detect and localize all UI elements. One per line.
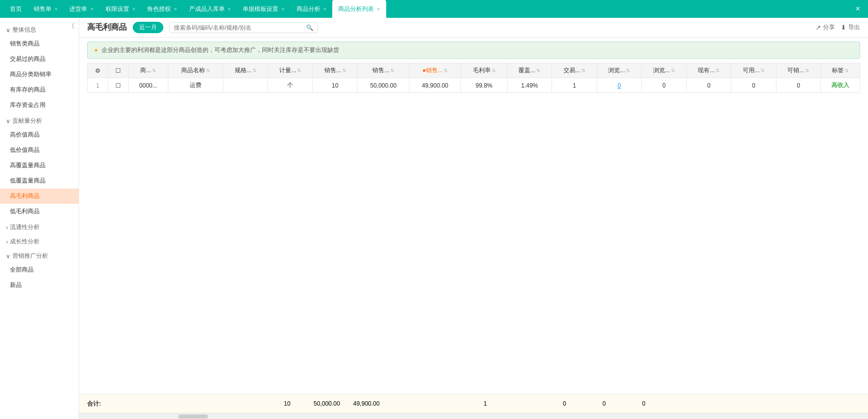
nav-template-settings[interactable]: 单据模板设置 × bbox=[237, 0, 290, 18]
footer-spacer2 bbox=[386, 398, 426, 409]
data-table: ⚙ ☐ 商...⇅ 商品名称⇅ 规格...⇅ 计量...⇅ 销售...⇅ 销售.… bbox=[87, 63, 860, 93]
footer-spacer1 bbox=[109, 398, 267, 409]
col-browse2[interactable]: 浏览...⇅ bbox=[642, 63, 687, 78]
sidebar-group-arrow-flow: › bbox=[6, 224, 8, 231]
info-banner: ✦ 企业的主要的利润都是这部分商品创造的，可考虑加大推广，同时关注库存是不要出现… bbox=[87, 42, 860, 59]
close-template-settings[interactable]: × bbox=[281, 6, 284, 12]
cell-checkbox[interactable]: ☐ bbox=[108, 78, 129, 93]
footer-sales-qty: 10 bbox=[267, 398, 307, 409]
cell-sales-qty: 10 bbox=[312, 78, 357, 93]
cell-browse2: 0 bbox=[642, 78, 687, 93]
sidebar-group-growth[interactable]: › 成长性分析 bbox=[0, 233, 79, 248]
cell-unit: 个 bbox=[268, 78, 313, 93]
sidebar-item-low-margin[interactable]: 低毛利商品 bbox=[0, 204, 79, 219]
cell-code: 0000... bbox=[129, 78, 168, 93]
sidebar-item-all-goods[interactable]: 全部商品 bbox=[0, 262, 79, 278]
close-purchase-order[interactable]: × bbox=[90, 6, 93, 12]
content-area: 高毛利商品 近一月 🔍 ↗ 分享 ⬇ 导出 ✦ 企业的主要的利润都是这部分商品创… bbox=[79, 18, 868, 419]
sidebar-item-high-value[interactable]: 高价值商品 bbox=[0, 127, 79, 142]
sidebar-item-high-margin[interactable]: 高毛利商品 bbox=[0, 188, 79, 204]
sidebar-group-contribution[interactable]: ∨ 贡献量分析 bbox=[0, 113, 79, 127]
table-row: 1 ☐ 0000... 运费 个 10 50,000.00 49,900.00 … bbox=[88, 78, 860, 93]
top-navigation: 首页 销售单 × 进货单 × 权限设置 × 角色授权 × 产成品入库单 × 单据… bbox=[0, 0, 868, 18]
col-unit[interactable]: 计量...⇅ bbox=[268, 63, 313, 78]
header-actions: ↗ 分享 ⬇ 导出 bbox=[816, 23, 860, 32]
close-product-analysis[interactable]: × bbox=[323, 6, 326, 12]
sidebar-item-sales-goods[interactable]: 销售类商品 bbox=[0, 36, 79, 51]
col-current-stock[interactable]: 现有...⇅ bbox=[686, 63, 731, 78]
cell-index: 1 bbox=[88, 78, 108, 93]
cell-spec bbox=[223, 78, 268, 93]
sidebar-group-marketing[interactable]: ∨ 营销推广分析 bbox=[0, 248, 79, 262]
footer-sales-profit: 49,900.00 bbox=[347, 398, 386, 409]
close-all-tabs[interactable]: × bbox=[852, 4, 864, 13]
cell-available-stock: 0 bbox=[731, 78, 776, 93]
close-role-auth[interactable]: × bbox=[174, 6, 177, 12]
col-code[interactable]: 商...⇅ bbox=[129, 63, 168, 78]
sidebar-group-flow[interactable]: › 流通性分析 bbox=[0, 219, 79, 233]
col-available-stock[interactable]: 可用...⇅ bbox=[731, 63, 776, 78]
footer-totals: 合计: 10 50,000.00 49,900.00 1 0 0 0 bbox=[79, 394, 868, 413]
close-product-analysis-list[interactable]: × bbox=[377, 6, 380, 12]
footer-spacer4 bbox=[505, 398, 545, 409]
browse1-link[interactable]: 0 bbox=[617, 82, 621, 89]
cell-current-stock: 0 bbox=[686, 78, 731, 93]
sidebar-item-low-coverage[interactable]: 低覆盖量商品 bbox=[0, 173, 79, 188]
close-production-inbound[interactable]: × bbox=[228, 6, 231, 12]
sidebar-item-traded-goods[interactable]: 交易过的商品 bbox=[0, 51, 79, 67]
sidebar-collapse-btn[interactable]: 《 bbox=[68, 22, 75, 31]
cell-sales-amount: 50,000.00 bbox=[357, 78, 409, 93]
sidebar-item-stocked-goods[interactable]: 有库存的商品 bbox=[0, 82, 79, 97]
nav-permission-settings[interactable]: 权限设置 × bbox=[100, 0, 141, 18]
nav-product-analysis-list[interactable]: 商品分析列表 × bbox=[332, 0, 386, 18]
horizontal-scrollbar[interactable] bbox=[79, 413, 868, 419]
col-sales-amount[interactable]: 销售...⇅ bbox=[357, 63, 409, 78]
close-permission-settings[interactable]: × bbox=[132, 6, 135, 12]
nav-sales-order[interactable]: 销售单 × bbox=[28, 0, 63, 18]
nav-home[interactable]: 首页 bbox=[4, 0, 28, 18]
search-icon[interactable]: 🔍 bbox=[306, 24, 313, 31]
search-input[interactable] bbox=[174, 24, 303, 31]
nav-role-auth[interactable]: 角色授权 × bbox=[141, 0, 183, 18]
footer-available-stock: 0 bbox=[624, 398, 664, 409]
sidebar-item-new-goods[interactable]: 新品 bbox=[0, 278, 79, 293]
col-coverage[interactable]: 覆盖...⇅ bbox=[507, 63, 552, 78]
sidebar-group-arrow-growth: › bbox=[6, 238, 8, 245]
scrollbar-thumb[interactable] bbox=[178, 415, 208, 419]
col-saleable-stock[interactable]: 可销...⇅ bbox=[776, 63, 821, 78]
share-icon: ↗ bbox=[816, 24, 821, 31]
close-sales-order[interactable]: × bbox=[54, 6, 57, 12]
footer-spacer3 bbox=[426, 398, 465, 409]
col-browse1[interactable]: 浏览...⇅ bbox=[597, 63, 642, 78]
cell-coverage: 1.49% bbox=[507, 78, 552, 93]
col-settings[interactable]: ⚙ bbox=[88, 63, 108, 78]
sidebar-item-category-assist[interactable]: 商品分类助销率 bbox=[0, 67, 79, 82]
cell-name: 运费 bbox=[168, 78, 223, 93]
col-gross-margin[interactable]: 毛利率⇅ bbox=[461, 63, 507, 78]
col-name[interactable]: 商品名称⇅ bbox=[168, 63, 223, 78]
footer-transaction: 1 bbox=[465, 398, 505, 409]
nav-purchase-order[interactable]: 进货单 × bbox=[63, 0, 99, 18]
col-transaction[interactable]: 交易...⇅ bbox=[552, 63, 597, 78]
sidebar-item-low-value[interactable]: 低价值商品 bbox=[0, 142, 79, 158]
share-button[interactable]: ↗ 分享 bbox=[816, 23, 835, 32]
footer-sales-amount: 50,000.00 bbox=[307, 398, 347, 409]
col-tag[interactable]: 标签⇅ bbox=[821, 63, 860, 78]
col-sales-qty[interactable]: 销售...⇅ bbox=[312, 63, 357, 78]
sidebar-group-overall[interactable]: ∨ 整体信息 bbox=[0, 22, 79, 36]
sidebar-item-high-coverage[interactable]: 高覆盖量商品 bbox=[0, 158, 79, 173]
nav-production-inbound[interactable]: 产成品入库单 × bbox=[183, 0, 237, 18]
export-button[interactable]: ⬇ 导出 bbox=[841, 23, 860, 32]
col-spec[interactable]: 规格...⇅ bbox=[223, 63, 268, 78]
sidebar-group-arrow-contribution: ∨ bbox=[6, 118, 10, 125]
cell-saleable-stock: 0 bbox=[776, 78, 821, 93]
col-sales-profit[interactable]: ●销售...⇅ bbox=[409, 63, 460, 78]
sidebar-item-stock-capital[interactable]: 库存资金占用 bbox=[0, 97, 79, 113]
col-checkbox[interactable]: ☐ bbox=[108, 63, 129, 78]
nav-product-analysis[interactable]: 商品分析 × bbox=[291, 0, 332, 18]
sidebar-group-arrow-overall: ∨ bbox=[6, 27, 10, 34]
main-area: 《 ∨ 整体信息 销售类商品 交易过的商品 商品分类助销率 有库存的商品 库存资… bbox=[0, 18, 868, 419]
filter-recent-month[interactable]: 近一月 bbox=[133, 22, 163, 33]
footer-browse2: 0 bbox=[545, 398, 584, 409]
cell-tag: 高收入 bbox=[821, 78, 860, 93]
